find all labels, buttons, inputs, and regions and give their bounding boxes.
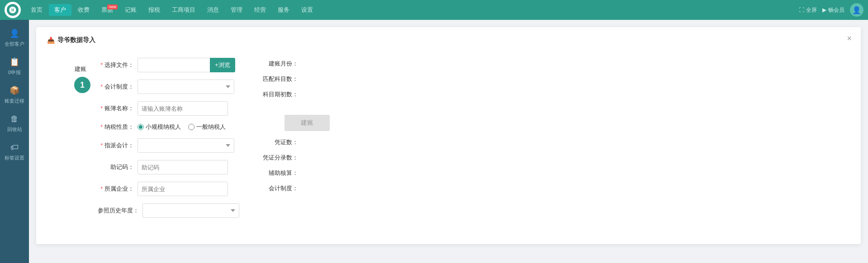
- fullscreen-icon: ⛶: [799, 7, 804, 13]
- accounting-system-row: 会计制度：: [98, 80, 239, 94]
- sidebar-item-account-migration-label: 账套迁移: [5, 98, 24, 104]
- step-area: 建账 1 选择文件： +浏览: [74, 58, 239, 218]
- recycle-bin-icon: 🗑: [9, 113, 20, 124]
- tag-settings-icon: 🏷: [9, 142, 20, 153]
- logo-icon: [9, 6, 17, 14]
- file-input-group: +浏览: [138, 58, 235, 72]
- main-content: 📥 导爷数据导入 × 建账 1 选择文件：: [29, 20, 868, 263]
- form-grid: 选择文件： +浏览 会计制度：: [98, 58, 239, 218]
- user-avatar[interactable]: 👤: [850, 3, 863, 17]
- memo-input[interactable]: [138, 160, 228, 174]
- assign-accountant-select[interactable]: [138, 138, 234, 153]
- assign-accountant-label: 指派会计：: [98, 141, 134, 150]
- build-month-label: 建账月份：: [257, 60, 298, 68]
- nav-item-message[interactable]: 消息: [202, 4, 224, 16]
- nav-right: ⛶ 全屏 ▶ 畅会员 👤: [799, 3, 863, 17]
- nav-item-customer[interactable]: 客户: [49, 4, 71, 16]
- select-file-row: 选择文件： +浏览: [98, 58, 239, 72]
- tax-type-radio-group: 小规模纳税人 一般纳税人: [138, 123, 226, 131]
- reference-year-label: 参照历史年度：: [98, 207, 139, 215]
- sidebar-item-recycle-bin[interactable]: 🗑 回收站: [0, 109, 29, 137]
- subject-init-label: 科目期初数：: [257, 90, 298, 99]
- company-row: 所属企业：: [98, 182, 239, 196]
- sidebar-item-all-customers-label: 全部客户: [5, 41, 24, 47]
- close-button[interactable]: ×: [847, 34, 852, 42]
- zero-declaration-icon: 📋: [9, 56, 20, 67]
- voucher-count-row: 凭证数：: [257, 138, 357, 146]
- right-accounting-system-row: 会计制度：: [257, 184, 357, 193]
- form-wrapper: 建账 1 选择文件： +浏览: [47, 53, 850, 218]
- company-label: 所属企业：: [98, 185, 134, 193]
- subject-init-row: 科目期初数：: [257, 90, 357, 99]
- sidebar: 👤 全部客户 📋 0申报 📦 账套迁移 🗑 回收站 🏷 标签设置: [0, 20, 29, 263]
- account-migration-icon: 📦: [9, 85, 20, 96]
- sidebar-item-all-customers[interactable]: 👤 全部客户: [0, 23, 29, 52]
- company-input[interactable]: [138, 182, 228, 196]
- match-subjects-label: 匹配科目数：: [257, 75, 298, 83]
- nav-item-business[interactable]: 工商项目: [166, 4, 201, 16]
- fullscreen-button[interactable]: ⛶ 全屏: [799, 6, 817, 14]
- sidebar-item-zero-declaration-label: 0申报: [8, 69, 21, 76]
- accounting-system-select[interactable]: [138, 80, 234, 94]
- vip-icon: ▶: [822, 7, 826, 13]
- all-customers-icon: 👤: [9, 28, 20, 39]
- right-section: 建账月份： 匹配科目数： 科目期初数： 建账: [257, 58, 357, 218]
- file-text-input[interactable]: [138, 58, 210, 72]
- sidebar-item-recycle-bin-label: 回收站: [7, 126, 22, 133]
- select-file-label: 选择文件：: [98, 61, 134, 69]
- aux-accounting-row: 辅助核算：: [257, 169, 357, 177]
- ledger-name-input[interactable]: [138, 101, 228, 116]
- import-panel: 📥 导爷数据导入 × 建账 1 选择文件：: [36, 27, 861, 244]
- reference-year-select[interactable]: [142, 203, 239, 218]
- app-logo[interactable]: [5, 2, 21, 18]
- voucher-count-label: 凭证数：: [257, 138, 298, 146]
- nav-item-fee[interactable]: 收费: [72, 4, 95, 16]
- ledger-name-row: 账簿名称：: [98, 101, 239, 116]
- nav-item-tax[interactable]: 报税: [143, 4, 166, 16]
- radio-small-taxpayer[interactable]: 小规模纳税人: [138, 123, 181, 131]
- nav-item-service[interactable]: 服务: [272, 4, 295, 16]
- panel-title: 📥 导爷数据导入: [47, 36, 850, 44]
- panel-title-icon: 📥: [47, 37, 55, 44]
- ledger-name-label: 账簿名称：: [98, 104, 134, 113]
- build-account-button[interactable]: 建账: [285, 115, 330, 131]
- sidebar-item-tag-settings-label: 标签设置: [5, 155, 24, 161]
- radio-general-taxpayer-input[interactable]: [188, 124, 194, 130]
- tax-type-row: 纳税性质： 小规模纳税人 一般纳税人: [98, 123, 239, 131]
- match-subjects-row: 匹配科目数：: [257, 75, 357, 83]
- panel-title-text: 导爷数据导入: [57, 36, 95, 44]
- sidebar-item-account-migration[interactable]: 📦 账套迁移: [0, 80, 29, 109]
- radio-small-taxpayer-input[interactable]: [138, 124, 144, 130]
- nav-item-invoice[interactable]: 票据 new: [96, 4, 119, 16]
- browse-button[interactable]: +浏览: [210, 58, 235, 72]
- nav-item-bookkeeping[interactable]: 记账: [119, 4, 142, 16]
- nav-item-home[interactable]: 首页: [25, 4, 48, 16]
- step-label: 建账: [75, 65, 86, 73]
- accounting-system-label: 会计制度：: [98, 83, 134, 91]
- voucher-entries-label: 凭证分录数：: [257, 154, 298, 162]
- radio-general-taxpayer-label: 一般纳税人: [196, 123, 226, 131]
- memo-label: 助记码：: [98, 163, 134, 171]
- step-badge: 1: [74, 77, 90, 93]
- nav-items: 首页 客户 收费 票据 new 记账 报税 工商项目 消息 管理 经营 服务 设…: [25, 4, 799, 16]
- build-btn-area: 建账: [257, 115, 357, 131]
- sidebar-item-zero-declaration[interactable]: 📋 0申报: [0, 52, 29, 80]
- right-accounting-system-label: 会计制度：: [257, 184, 298, 193]
- radio-general-taxpayer[interactable]: 一般纳税人: [188, 123, 226, 131]
- tax-type-label: 纳税性质：: [98, 123, 134, 131]
- nav-item-operation[interactable]: 经营: [249, 4, 271, 16]
- nav-item-manage[interactable]: 管理: [225, 4, 248, 16]
- memo-row: 助记码：: [98, 160, 239, 174]
- build-month-row: 建账月份：: [257, 60, 357, 68]
- new-badge: new: [107, 5, 118, 9]
- nav-item-settings[interactable]: 设置: [296, 4, 318, 16]
- radio-small-taxpayer-label: 小规模纳税人: [146, 123, 181, 131]
- sidebar-item-tag-settings[interactable]: 🏷 标签设置: [0, 137, 29, 166]
- reference-year-row: 参照历史年度：: [98, 203, 239, 218]
- top-navigation: 首页 客户 收费 票据 new 记账 报税 工商项目 消息 管理 经营 服务 设…: [0, 0, 868, 20]
- aux-accounting-label: 辅助核算：: [257, 169, 298, 177]
- vip-button[interactable]: ▶ 畅会员: [822, 6, 844, 14]
- main-layout: 👤 全部客户 📋 0申报 📦 账套迁移 🗑 回收站 🏷 标签设置 📥 导爷数据导…: [0, 20, 868, 263]
- assign-accountant-row: 指派会计：: [98, 138, 239, 153]
- voucher-entries-row: 凭证分录数：: [257, 154, 357, 162]
